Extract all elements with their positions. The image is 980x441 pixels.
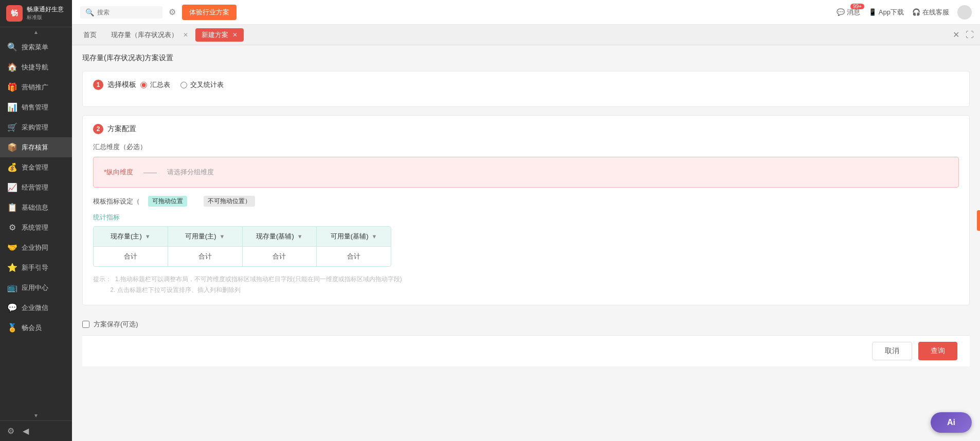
sidebar-item-label: 经营管理 [22,183,48,192]
tab-home-label: 首页 [83,30,97,40]
topbar-right: 💬 消息 99+ 📱 App下载 🎧 在线客服 [837,5,972,20]
sidebar-nav: 🔍 搜索菜单 🏠 快捷导航 🎁 营销推广 📊 销售管理 🛒 采购管理 📦 库存核… [0,37,72,411]
resize-handle[interactable] [977,210,980,231]
window-close-button[interactable]: ✕ [951,28,961,42]
stats-col-3[interactable]: 可用量(基辅) ▼ [317,227,391,246]
collapse-icon[interactable]: ◀ [23,426,29,436]
sidebar-item-vip[interactable]: 🏅 畅会员 [0,318,72,338]
topbar-service-button[interactable]: 🎧 在线客服 [912,8,949,17]
dimension-placeholder[interactable]: 请选择分组维度 [167,168,214,177]
tab-inventory-status[interactable]: 现存量（库存状况表） ✕ [104,26,195,44]
industry-plan-button[interactable]: 体验行业方案 [182,5,237,20]
topbar-message-button[interactable]: 💬 消息 99+ [837,8,860,17]
query-button[interactable]: 查询 [918,342,957,360]
sidebar-item-sales[interactable]: 📊 销售管理 [0,97,72,117]
content-area: 现存量(库存状况表)方案设置 1 选择模板 汇总表 交叉统计表 [72,45,980,441]
sidebar-item-wechat[interactable]: 💬 企业微信 [0,298,72,318]
topbar-app-download-button[interactable]: 📱 App下载 [868,8,904,17]
ai-bubble-button[interactable]: Ai [931,412,972,433]
cancel-button[interactable]: 取消 [872,342,912,360]
tab-bar: 首页 现存量（库存状况表） ✕ 新建方案 ✕ ✕ ⛶ [72,25,980,45]
gift-icon: 🎁 [7,82,17,92]
radio-summary-input[interactable] [140,82,147,88]
radio-summary[interactable]: 汇总表 [140,80,170,89]
stats-col-0-label: 现存量(主) [111,232,142,241]
sidebar-item-basic[interactable]: 📋 基础信息 [0,197,72,217]
sidebar-item-system[interactable]: ⚙ 系统管理 [0,217,72,237]
sidebar-item-marketing[interactable]: 🎁 营销推广 [0,77,72,97]
settings-gear-icon[interactable]: ⚙ [169,7,176,17]
clipboard-icon: 📋 [7,203,17,212]
stats-col-0[interactable]: 现存量(主) ▼ [94,227,168,246]
ai-label: Ai [947,418,955,427]
bottom-bar: 取消 查询 [82,335,970,366]
sidebar-item-business[interactable]: 📈 经营管理 [0,177,72,197]
search-icon: 🔍 [85,8,94,16]
sidebar-item-label: 采购管理 [22,123,48,132]
section2-num: 2 [93,124,103,134]
dimension-label: 汇总维度（必选） [93,142,959,152]
settings-icon[interactable]: ⚙ [7,426,14,436]
sidebar-bottom: ⚙ ◀ [0,420,72,441]
sidebar-item-nav[interactable]: 🏠 快捷导航 [0,57,72,77]
sidebar-item-label: 基础信息 [22,203,48,212]
message-badge: 99+ [850,4,864,9]
save-checkbox[interactable] [82,321,89,328]
section1-header: 1 选择模板 汇总表 交叉统计表 [93,80,959,90]
sidebar-item-label: 营销推广 [22,83,48,92]
sidebar: 畅 畅康通好生意 标准版 ▲ 🔍 搜索菜单 🏠 快捷导航 🎁 营销推广 📊 销售… [0,0,72,441]
section1-title: 选择模板 [107,80,136,89]
logo-icon: 畅 [6,5,23,22]
chevron-down-icon-1: ▼ [220,233,225,240]
headset-icon: 🎧 [912,8,920,16]
sidebar-item-purchase[interactable]: 🛒 采购管理 [0,117,72,137]
stats-col-1[interactable]: 可用量(主) ▼ [168,227,243,246]
chat-icon: 💬 [7,303,17,313]
tab-new-plan[interactable]: 新建方案 ✕ [195,28,244,42]
stats-cell-0-1: 合计 [168,247,243,266]
tips-section: 提示： 1.拖动标题栏可以调整布局，不可跨维度或指标区域拖动栏目字段(只能在同一… [93,275,959,295]
sidebar-item-finance[interactable]: 💰 资金管理 [0,157,72,177]
search-input[interactable] [97,9,149,16]
home-icon: 🏠 [7,62,17,72]
sidebar-item-enterprise[interactable]: 🤝 企业协同 [0,237,72,258]
gear-icon: ⚙ [7,223,17,232]
sidebar-item-label: 企业微信 [22,303,48,313]
section-template: 1 选择模板 汇总表 交叉统计表 [82,71,970,107]
search-icon: 🔍 [7,42,17,52]
money-icon: 💰 [7,162,17,172]
topbar-search-container: 🔍 [80,6,162,19]
sidebar-item-appstore[interactable]: 📺 应用中心 [0,278,72,298]
save-row: 方案保存(可选) [82,314,970,335]
sidebar-item-inventory[interactable]: 📦 库存核算 [0,137,72,157]
radio-cross-input[interactable] [180,82,187,88]
window-expand-button[interactable]: ⛶ [964,28,976,42]
dimension-required-label: *纵向维度 [104,168,133,177]
sidebar-item-label: 快捷导航 [22,63,48,72]
sidebar-item-search[interactable]: 🔍 搜索菜单 [0,37,72,57]
chevron-down-icon-0: ▼ [145,233,151,240]
topbar: 🔍 ⚙ 体验行业方案 💬 消息 99+ 📱 App下载 🎧 在线客服 [72,0,980,25]
phone-icon: 📱 [868,8,877,16]
tab-new-plan-close-icon[interactable]: ✕ [232,31,238,39]
stats-col-2-label: 现存量(基辅) [256,232,294,241]
tab-inventory-close-icon[interactable]: ✕ [183,31,188,39]
indicator-settings-label: 模板指标设定（ [93,197,140,206]
user-avatar[interactable] [957,5,972,20]
stats-cell-0-2: 合计 [243,247,317,266]
tab-home[interactable]: 首页 [76,26,104,44]
stats-col-2[interactable]: 现存量(基辅) ▼ [243,227,317,246]
sidebar-scroll-up[interactable]: ▲ [0,27,72,37]
sidebar-item-label: 销售管理 [22,103,48,112]
indicator-movable-tag: 可拖动位置 [148,196,187,207]
dimension-dash: —— [143,169,157,176]
stats-table-header: 现存量(主) ▼ 可用量(主) ▼ 现存量(基辅) ▼ 可用量(基辅) ▼ [94,227,391,246]
sidebar-item-label: 应用中心 [22,283,48,292]
radio-cross[interactable]: 交叉统计表 [180,80,224,89]
sidebar-item-label: 畅会员 [22,323,42,333]
sidebar-scroll-down[interactable]: ▼ [0,411,72,420]
page-title: 现存量(库存状况表)方案设置 [82,53,970,63]
tab-inventory-label: 现存量（库存状况表） [111,30,178,40]
star-icon: ⭐ [7,263,17,272]
sidebar-item-guide[interactable]: ⭐ 新手引导 [0,258,72,278]
